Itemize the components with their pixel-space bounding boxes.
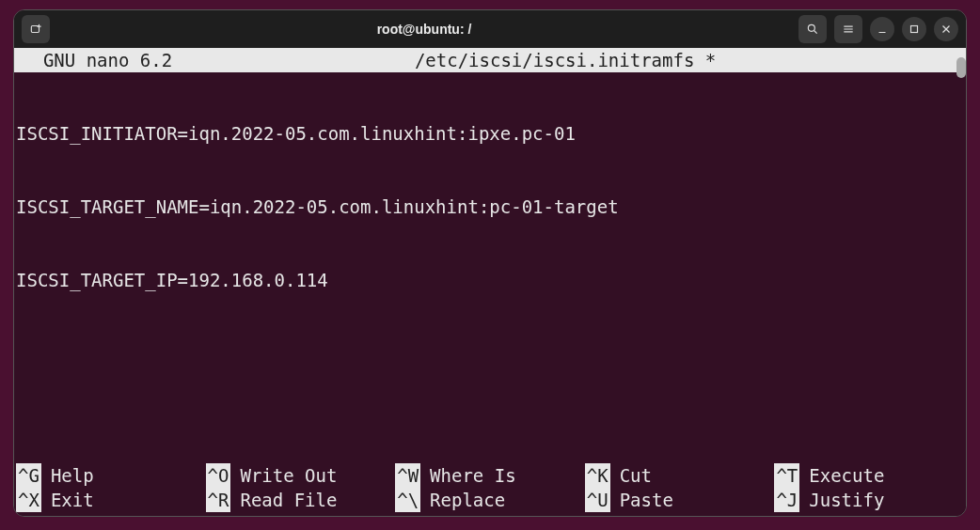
new-tab-icon: [29, 23, 42, 36]
shortcut-key: ^\: [395, 488, 420, 512]
shortcut-label: Justify: [809, 488, 884, 512]
shortcut-row: ^G Help ^O Write Out ^W Where Is ^K Cut …: [16, 463, 964, 488]
shortcut-label: Where Is: [430, 463, 516, 488]
search-button[interactable]: [798, 15, 827, 43]
window-title: root@ubuntu: /: [57, 22, 791, 37]
nano-header: GNU nano 6.2 /etc/iscsi/iscsi.initramfs …: [14, 48, 966, 72]
shortcut-label: Replace: [430, 488, 505, 512]
search-icon: [806, 23, 819, 36]
close-button[interactable]: [934, 17, 958, 41]
minimize-icon: [876, 23, 889, 36]
new-tab-button[interactable]: [22, 15, 50, 43]
shortcut-label: Write Out: [240, 463, 337, 488]
shortcut-label: Cut: [620, 463, 652, 488]
shortcut-help[interactable]: ^G Help: [16, 463, 206, 488]
editor-line: ISCSI_TARGET_NAME=iqn.2022-05.com.linuxh…: [16, 195, 964, 219]
shortcut-justify[interactable]: ^J Justify: [774, 488, 964, 512]
nano-editor-body[interactable]: ISCSI_INITIATOR=iqn.2022-05.com.linuxhin…: [14, 72, 966, 463]
nano-file-label: /etc/iscsi/iscsi.initramfs *: [172, 48, 958, 72]
maximize-button[interactable]: [902, 17, 926, 41]
shortcut-paste[interactable]: ^U Paste: [585, 488, 775, 512]
menu-button[interactable]: [834, 15, 862, 43]
shortcut-writeout[interactable]: ^O Write Out: [206, 463, 396, 488]
shortcut-row: ^X Exit ^R Read File ^\ Replace ^U Paste…: [16, 488, 964, 512]
shortcut-key: ^X: [16, 488, 41, 512]
scrollbar[interactable]: [956, 48, 966, 516]
shortcut-key: ^W: [395, 463, 420, 488]
shortcut-key: ^K: [585, 463, 610, 488]
scrollbar-thumb[interactable]: [956, 57, 966, 78]
shortcut-key: ^T: [774, 463, 799, 488]
svg-rect-7: [911, 26, 918, 33]
close-icon: [940, 23, 953, 36]
shortcut-label: Execute: [809, 463, 884, 488]
shortcut-exit[interactable]: ^X Exit: [16, 488, 206, 512]
shortcut-execute[interactable]: ^T Execute: [774, 463, 964, 488]
minimize-button[interactable]: [870, 17, 894, 41]
svg-point-1: [808, 24, 814, 31]
shortcut-label: Exit: [51, 488, 94, 512]
editor-line: ISCSI_INITIATOR=iqn.2022-05.com.linuxhin…: [16, 121, 964, 146]
nano-app-label: GNU nano 6.2: [22, 48, 172, 72]
hamburger-icon: [842, 23, 855, 36]
shortcut-cut[interactable]: ^K Cut: [585, 463, 775, 488]
shortcut-whereis[interactable]: ^W Where Is: [395, 463, 585, 488]
shortcut-key: ^U: [585, 488, 610, 512]
shortcut-replace[interactable]: ^\ Replace: [395, 488, 585, 512]
nano-shortcut-bar: ^G Help ^O Write Out ^W Where Is ^K Cut …: [14, 463, 966, 516]
shortcut-key: ^O: [206, 463, 231, 488]
shortcut-readfile[interactable]: ^R Read File: [206, 488, 396, 512]
terminal-window: root@ubuntu: / GNU nano 6.2 /etc/iscsi/i…: [13, 9, 967, 517]
titlebar: root@ubuntu: /: [14, 10, 966, 48]
shortcut-label: Help: [51, 463, 94, 488]
terminal-area[interactable]: GNU nano 6.2 /etc/iscsi/iscsi.initramfs …: [14, 48, 966, 516]
shortcut-key: ^R: [206, 488, 231, 512]
shortcut-label: Read File: [240, 488, 337, 512]
shortcut-key: ^J: [774, 488, 799, 512]
editor-line: ISCSI_TARGET_IP=192.168.0.114: [16, 268, 964, 292]
maximize-icon: [908, 23, 921, 36]
shortcut-key: ^G: [16, 463, 41, 488]
svg-line-2: [814, 31, 817, 34]
shortcut-label: Paste: [620, 488, 673, 512]
